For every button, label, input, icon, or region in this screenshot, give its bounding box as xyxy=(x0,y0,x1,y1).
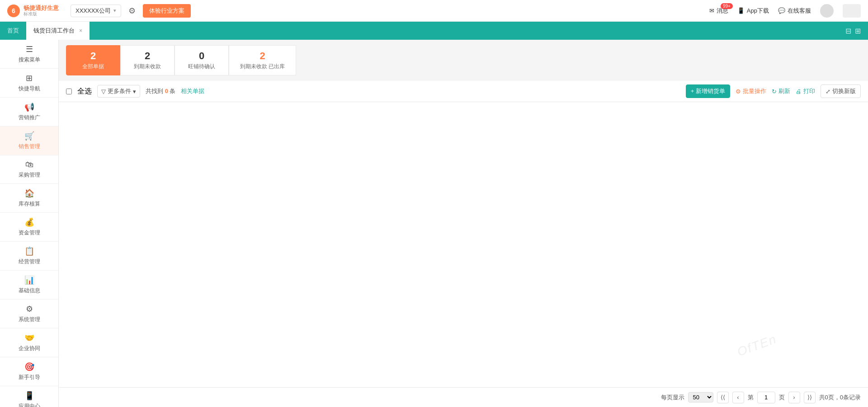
page-input[interactable] xyxy=(757,392,775,403)
refresh-button[interactable]: ↻ 刷新 xyxy=(772,87,790,95)
cooperation-icon: 🤝 xyxy=(24,333,34,343)
sidebar-item-label: 新手引导 xyxy=(19,374,40,381)
marketing-icon: 📢 xyxy=(24,102,34,112)
sidebar-item-label: 基础信息 xyxy=(19,287,40,295)
appcenter-icon: 📱 xyxy=(24,391,34,401)
prev-page-button[interactable]: ‹ xyxy=(732,392,744,403)
sidebar-item-label: 应用中心 xyxy=(19,402,40,407)
batch-icon: ⚙ xyxy=(736,88,741,95)
sidebar-item-cooperation[interactable]: 🤝 企业协同 xyxy=(0,328,58,357)
batch-operation-button[interactable]: ⚙ 批量操作 xyxy=(736,87,766,95)
per-page-select[interactable]: 50 100 200 xyxy=(688,392,713,402)
toolbar-left: 全选 ▽ 更多条件 ▾ 共找到 0 条 相关单据 xyxy=(66,85,680,98)
company-name: XXXXXX公司 xyxy=(75,7,111,15)
sidebar-item-sales[interactable]: 🛒 销售管理 xyxy=(0,126,58,155)
sidebar-item-system[interactable]: ⚙ 系统管理 xyxy=(0,299,58,328)
tab-workbench[interactable]: 钱货日清工作台 × xyxy=(26,22,90,40)
search-menu-icon: ☰ xyxy=(26,44,33,54)
finance-icon: 💰 xyxy=(24,217,34,227)
first-page-button[interactable]: ⟨⟨ xyxy=(717,392,729,403)
select-all-label: 全选 xyxy=(77,87,92,96)
nav-tabs: 首页 钱货日清工作台 × ⊟ ⊞ xyxy=(0,22,868,40)
trial-button[interactable]: 体验行业方案 xyxy=(143,4,191,18)
status-card-all[interactable]: 2 全部单据 xyxy=(66,45,120,75)
toolbar-right: + 新增销货单 ⚙ 批量操作 ↻ 刷新 🖨 打印 ⤢ 切换新版 xyxy=(686,84,861,98)
guide-icon: 🎯 xyxy=(24,362,34,372)
pagination: 每页显示 50 100 200 ⟨⟨ ‹ 第 页 › ⟩⟩ 共0页，0条记录 xyxy=(59,387,868,407)
app-download-button[interactable]: 📱 App下载 xyxy=(737,7,769,15)
sidebar-item-marketing[interactable]: 📢 营销推广 xyxy=(0,98,58,126)
filter-label: 更多条件 xyxy=(108,87,131,95)
sidebar-item-inventory[interactable]: 🏠 库存核算 xyxy=(0,184,58,213)
last-page-button[interactable]: ⟩⟩ xyxy=(804,392,816,403)
status-card-all-num: 2 xyxy=(77,50,109,62)
print-button[interactable]: 🖨 打印 xyxy=(796,87,815,95)
tab-minimize-button[interactable]: ⊟ xyxy=(845,27,851,35)
refresh-icon: ↻ xyxy=(772,88,777,95)
page-label: 第 xyxy=(748,393,754,402)
related-link[interactable]: 相关单据 xyxy=(181,87,204,95)
sidebar-item-appcenter[interactable]: 📱 应用中心 xyxy=(0,386,58,407)
avatar[interactable] xyxy=(820,4,834,18)
sidebar-item-label: 资金管理 xyxy=(19,229,40,237)
select-all-checkbox[interactable] xyxy=(66,89,72,94)
close-icon[interactable]: × xyxy=(79,28,82,34)
chevron-down-icon: ▾ xyxy=(113,8,116,14)
filter-button[interactable]: ▽ 更多条件 ▾ xyxy=(97,85,140,98)
main-layout: ☰ 搜索菜单 ⊞ 快捷导航 📢 营销推广 🛒 销售管理 🛍 采购管理 🏠 库存核… xyxy=(0,40,868,407)
status-card-all-label: 全部单据 xyxy=(77,63,109,70)
sidebar-item-baseinfo[interactable]: 📊 基础信息 xyxy=(0,271,58,299)
sales-icon: 🛒 xyxy=(24,131,34,141)
table-container xyxy=(59,102,868,387)
sidebar-item-label: 库存核算 xyxy=(19,200,40,208)
sidebar-item-operation[interactable]: 📋 经营管理 xyxy=(0,242,58,271)
sidebar-item-quick-nav[interactable]: ⊞ 快捷导航 xyxy=(0,69,58,98)
tab-home[interactable]: 首页 xyxy=(0,22,26,40)
user-menu[interactable] xyxy=(843,4,861,18)
top-header: 6 畅捷通好生意 标准版 XXXXXX公司 ▾ ⚙ 体验行业方案 ✉ 消息 99… xyxy=(0,0,868,22)
company-selector[interactable]: XXXXXX公司 ▾ xyxy=(71,5,121,17)
switch-version-button[interactable]: ⤢ 切换新版 xyxy=(821,84,861,98)
status-card-pending-label: 旺铺待确认 xyxy=(186,63,217,70)
sidebar-item-search-menu[interactable]: ☰ 搜索菜单 xyxy=(0,40,58,69)
next-page-button[interactable]: › xyxy=(788,392,800,403)
toolbar: 全选 ▽ 更多条件 ▾ 共找到 0 条 相关单据 + 新增销货单 ⚙ 批量操作 xyxy=(59,81,868,102)
phone-icon: 📱 xyxy=(737,7,745,14)
online-service-label: 在线客服 xyxy=(788,7,811,15)
tab-workbench-label: 钱货日清工作台 xyxy=(33,27,75,35)
add-sales-order-button[interactable]: + 新增销货单 xyxy=(686,84,730,98)
sidebar-item-guide[interactable]: 🎯 新手引导 xyxy=(0,357,58,386)
switch-icon: ⤢ xyxy=(826,88,830,95)
logo-badge: 标准版 xyxy=(24,11,59,17)
sidebar-item-label: 企业协同 xyxy=(19,345,40,352)
page-summary: 共0页，0条记录 xyxy=(819,393,861,402)
header-right: ✉ 消息 99+ 📱 App下载 💬 在线客服 xyxy=(709,4,861,18)
inventory-icon: 🏠 xyxy=(24,188,34,198)
status-card-overdue-label: 到期未收款 xyxy=(132,63,163,70)
sidebar-item-label: 搜索菜单 xyxy=(19,56,40,64)
status-card-pending[interactable]: 0 旺铺待确认 xyxy=(175,45,229,75)
per-page-label: 每页显示 xyxy=(661,393,684,402)
logo-area: 6 畅捷通好生意 标准版 xyxy=(7,5,66,17)
sidebar-item-finance[interactable]: 💰 资金管理 xyxy=(0,213,58,242)
operation-icon: 📋 xyxy=(24,246,34,256)
quick-nav-icon: ⊞ xyxy=(26,73,33,83)
status-card-shipped-label: 到期未收款 已出库 xyxy=(240,63,285,70)
online-service-button[interactable]: 💬 在线客服 xyxy=(778,7,811,15)
baseinfo-icon: 📊 xyxy=(24,275,34,285)
logo-text: 畅捷通好生意 标准版 xyxy=(24,5,59,17)
message-icon: ✉ xyxy=(709,7,714,14)
tab-expand-button[interactable]: ⊞ xyxy=(855,27,861,35)
sidebar-item-label: 销售管理 xyxy=(19,143,40,150)
system-icon: ⚙ xyxy=(26,304,33,314)
messages-button[interactable]: ✉ 消息 99+ xyxy=(709,7,728,15)
sidebar-item-purchase[interactable]: 🛍 采购管理 xyxy=(0,155,58,184)
tab-home-label: 首页 xyxy=(7,27,19,35)
settings-icon[interactable]: ⚙ xyxy=(127,4,137,18)
print-icon: 🖨 xyxy=(796,88,802,95)
status-card-shipped[interactable]: 2 到期未收款 已出库 xyxy=(229,45,296,75)
sidebar-item-label: 快捷导航 xyxy=(19,85,40,93)
page-suffix: 页 xyxy=(779,393,785,402)
logo-icon: 6 xyxy=(7,5,20,17)
status-card-overdue[interactable]: 2 到期未收款 xyxy=(120,45,175,75)
